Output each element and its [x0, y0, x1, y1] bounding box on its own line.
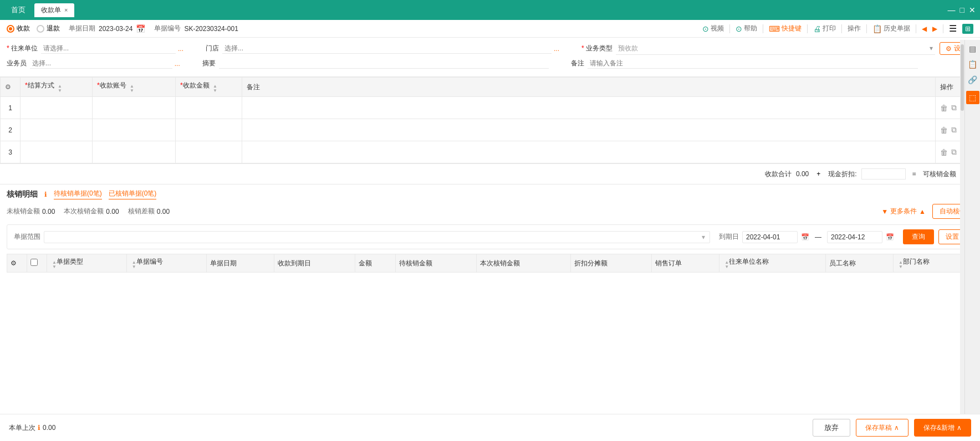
row-1-amount[interactable] — [176, 97, 242, 119]
save-draft-arrow-icon: ∧ — [894, 424, 899, 432]
tab-close-icon[interactable]: × — [64, 7, 68, 13]
tab-home[interactable]: 首页 — [4, 3, 32, 17]
cal-to-icon[interactable]: 📅 — [886, 233, 894, 241]
row-3-note[interactable] — [242, 141, 936, 163]
cal-from-icon[interactable]: 📅 — [801, 233, 809, 241]
history-label: 历史单据 — [884, 24, 910, 33]
menu-icon[interactable]: ☰ — [949, 23, 957, 34]
row-2-account[interactable] — [93, 119, 176, 141]
row-3-delete-icon[interactable]: 🗑 — [940, 148, 948, 157]
date-to-input[interactable] — [827, 231, 882, 243]
business-type-field: 业务类型 预收款 ▾ — [581, 43, 935, 55]
radio-refund-label: 退款 — [47, 24, 60, 33]
store-input[interactable] — [222, 43, 552, 54]
row-3-amount[interactable] — [176, 141, 242, 163]
total-value: 0.00 — [796, 170, 809, 178]
help-btn[interactable]: ⊙ 帮助 — [736, 24, 757, 33]
row-3-account[interactable] — [93, 141, 176, 163]
range-label: 单据范围 — [14, 232, 40, 242]
row-1-delete-icon[interactable]: 🗑 — [940, 104, 948, 112]
bottom-table: ⚙ ▲▼单据类型 ▲▼单据编号 单据日期 收款到期日 金额 — [7, 254, 973, 273]
nav-prev-icon[interactable]: ◀ — [922, 25, 927, 33]
bt-col-check — [27, 254, 47, 273]
right-sidebar: ▤ 📋 🔗 ⬚ — [964, 40, 980, 441]
print-label: 打印 — [823, 24, 836, 33]
salesman-dots[interactable]: ... — [175, 60, 180, 68]
col-action-label: 操作 — [940, 83, 953, 91]
print-icon: 🖨 — [813, 24, 821, 33]
close-window-icon[interactable]: ✕ — [969, 6, 976, 14]
bt-col-amount: 金额 — [355, 254, 396, 273]
completed-writeoff-tab[interactable]: 已核销单据(0笔) — [109, 189, 157, 199]
radio-refund[interactable]: 退款 — [37, 24, 60, 33]
operation-btn[interactable]: 操作 — [848, 24, 861, 33]
writeoff-info-icon[interactable]: ℹ — [44, 191, 47, 198]
save-new-button[interactable]: 保存&新增 ∧ — [914, 419, 971, 437]
sidebar-expand-icon[interactable]: ⬚ — [966, 91, 979, 104]
diff-stat: 核销差额 0.00 — [128, 207, 170, 216]
abandon-button[interactable]: 放弃 — [813, 419, 850, 437]
business-type-select[interactable]: 预收款 ▾ — [616, 43, 935, 55]
tab-receipt[interactable]: 收款单 × — [34, 3, 74, 17]
duedate-label: 到期日 — [719, 232, 739, 242]
divider1 — [729, 24, 730, 33]
store-dots[interactable]: ... — [554, 45, 559, 53]
form-row-2: 业务员 ... 摘要 备注 — [7, 58, 973, 69]
radio-receipt-circle — [7, 25, 14, 33]
row-1-note[interactable] — [242, 97, 936, 119]
grid-icon[interactable]: ⊞ — [962, 24, 973, 34]
save-draft-button[interactable]: 保存草稿 ∧ — [856, 419, 908, 437]
row-2-delete-icon[interactable]: 🗑 — [940, 126, 948, 135]
minimize-icon[interactable]: — — [948, 6, 956, 14]
more-filter-btn[interactable]: ▼ 更多条件 ▲ — [881, 207, 926, 216]
toolbar-right: ⊙ 视频 ⊙ 帮助 ⌨ 快捷键 🖨 打印 操作 — [702, 23, 973, 34]
divider4 — [841, 24, 842, 33]
col-settings-header: ⚙ — [1, 78, 21, 97]
print-btn[interactable]: 🖨 打印 — [813, 24, 836, 33]
shortcut-btn[interactable]: ⌨ 快捷键 — [769, 24, 802, 33]
remark-input[interactable] — [588, 58, 918, 69]
row-1-payment[interactable] — [21, 97, 93, 119]
sidebar-link-icon[interactable]: 🔗 — [968, 75, 977, 84]
range-select[interactable]: ▾ — [44, 231, 710, 243]
help-label: 帮助 — [744, 24, 757, 33]
row-2-amount[interactable] — [176, 119, 242, 141]
radio-receipt[interactable]: 收款 — [7, 24, 30, 33]
salesman-input[interactable] — [30, 58, 172, 69]
discount-input[interactable] — [861, 168, 906, 180]
history-btn[interactable]: 📋 历史单据 — [872, 24, 910, 33]
maximize-icon[interactable]: □ — [960, 6, 964, 14]
row-num-3: 3 — [1, 141, 21, 163]
video-btn[interactable]: ⊙ 视频 — [702, 24, 724, 33]
bt-select-all[interactable] — [30, 259, 38, 266]
date-label: 单据日期 — [69, 24, 95, 33]
business-type-value: 预收款 — [618, 44, 638, 53]
row-1-copy-icon[interactable]: ⧉ — [951, 103, 957, 112]
bt-col-gear: ⚙ — [7, 254, 27, 273]
row-3-copy-icon[interactable]: ⧉ — [951, 147, 957, 157]
bottom-stat-icon[interactable]: ℹ — [38, 424, 40, 432]
query-button[interactable]: 查询 — [903, 229, 934, 244]
pending-writeoff-tab[interactable]: 待核销单据(0笔) — [54, 189, 102, 199]
counterpart-field: 往来单位 ... — [7, 43, 183, 54]
sidebar-copy-icon[interactable]: 📋 — [968, 60, 977, 69]
counterpart-dots[interactable]: ... — [178, 45, 183, 53]
date-from-input[interactable] — [742, 231, 798, 243]
date-calendar-icon[interactable]: 📅 — [136, 24, 145, 33]
scrollbar-thumb[interactable] — [961, 44, 964, 111]
date-value: 2023-03-24 — [99, 25, 132, 33]
row-1-account[interactable] — [93, 97, 176, 119]
table-gear-icon[interactable]: ⚙ — [5, 83, 11, 91]
shortcut-label: 快捷键 — [782, 24, 802, 33]
bt-gear-icon[interactable]: ⚙ — [11, 259, 17, 267]
summary-input[interactable] — [219, 58, 549, 69]
radio-group: 收款 退款 — [7, 24, 60, 33]
row-2-copy-icon[interactable]: ⧉ — [951, 125, 957, 135]
row-3-payment[interactable] — [21, 141, 93, 163]
counterpart-input[interactable] — [41, 43, 176, 54]
bt-col-current: 本次核销金额 — [477, 254, 571, 273]
row-2-payment[interactable] — [21, 119, 93, 141]
sidebar-table-icon[interactable]: ▤ — [969, 44, 976, 53]
nav-next-icon[interactable]: ▶ — [932, 25, 937, 33]
row-2-note[interactable] — [242, 119, 936, 141]
